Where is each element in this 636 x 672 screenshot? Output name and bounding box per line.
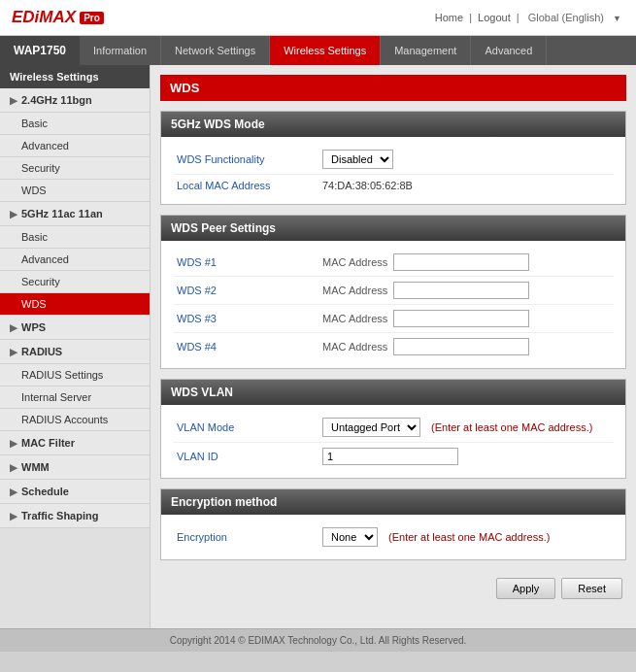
encryption-note: (Enter at least one MAC address.): [388, 531, 550, 543]
vlan-mode-row: VLAN Mode Untagged Port Tagged Port (Ent…: [173, 413, 614, 443]
local-mac-value: 74:DA:38:05:62:8B: [322, 180, 610, 191]
sidebar-radius-settings[interactable]: RADIUS Settings: [0, 364, 150, 386]
wps-arrow-icon: ▶: [10, 322, 17, 333]
wds4-mac-addr-label: MAC Address: [322, 341, 387, 353]
sidebar-mac-filter-toggle[interactable]: ▶ MAC Filter: [0, 431, 150, 455]
main-layout: Wireless Settings ▶ 2.4GHz 11bgn Basic A…: [0, 65, 636, 628]
sidebar-radius-accounts[interactable]: RADIUS Accounts: [0, 409, 150, 431]
5g-arrow-icon: ▶: [10, 209, 17, 219]
wds-vlan-content: VLAN Mode Untagged Port Tagged Port (Ent…: [161, 405, 625, 478]
sidebar-internal-server[interactable]: Internal Server: [0, 386, 150, 409]
sidebar-wmm-toggle[interactable]: ▶ WMM: [0, 455, 150, 480]
vlan-id-label[interactable]: VLAN ID: [177, 451, 322, 462]
wds-peer-section: WDS Peer Settings WDS #1 MAC Address WDS…: [160, 215, 626, 369]
24g-arrow-icon: ▶: [10, 95, 17, 106]
logo-pro-badge: Pro: [80, 12, 104, 24]
sidebar-24g-wds[interactable]: WDS: [0, 180, 150, 202]
radius-label: RADIUS: [21, 346, 62, 357]
sidebar-radius-toggle[interactable]: ▶ RADIUS: [0, 340, 150, 364]
local-mac-label[interactable]: Local MAC Address: [177, 180, 322, 191]
wps-label: WPS: [21, 321, 46, 333]
wds-mode-content: WDS Functionality Disabled Enabled Local…: [161, 137, 625, 204]
vlan-mode-note: (Enter at least one MAC address.): [431, 421, 592, 433]
sidebar: Wireless Settings ▶ 2.4GHz 11bgn Basic A…: [0, 65, 151, 628]
logout-link[interactable]: Logout: [478, 12, 511, 23]
page-title: WDS: [160, 75, 626, 101]
logo: EDiMAX Pro: [12, 8, 104, 27]
logo-edimax-text: EDiMAX: [12, 8, 76, 27]
wds-functionality-value: Disabled Enabled: [322, 150, 610, 169]
wds-vlan-header: WDS VLAN: [161, 380, 625, 405]
wds1-mac-input[interactable]: [393, 253, 529, 271]
wireless-settings-label: Wireless Settings: [10, 71, 99, 83]
wmm-label: WMM: [21, 461, 50, 473]
traffic-shaping-arrow-icon: ▶: [10, 511, 17, 521]
home-link[interactable]: Home: [435, 12, 463, 23]
sidebar-24g-basic[interactable]: Basic: [0, 113, 150, 135]
sidebar-24g-toggle[interactable]: ▶ 2.4GHz 11bgn: [0, 88, 150, 113]
encryption-section: Encryption method Encryption None WEP WP…: [160, 488, 626, 560]
wds4-label[interactable]: WDS #4: [177, 341, 322, 353]
wds3-mac-input[interactable]: [393, 310, 529, 327]
wds-peer-content: WDS #1 MAC Address WDS #2 MAC Address WD…: [161, 241, 625, 368]
sidebar-wps-toggle[interactable]: ▶ WPS: [0, 316, 150, 340]
action-buttons: Apply Reset: [160, 570, 626, 607]
header-links: Home | Logout | Global (English) ▼: [435, 12, 624, 23]
wds3-mac-addr-label: MAC Address: [322, 313, 387, 324]
sidebar-5g-basic[interactable]: Basic: [0, 226, 150, 249]
vlan-mode-select[interactable]: Untagged Port Tagged Port: [322, 418, 420, 437]
wds2-label[interactable]: WDS #2: [177, 285, 322, 296]
nav-network-settings[interactable]: Network Settings: [161, 36, 270, 65]
wds-vlan-section: WDS VLAN VLAN Mode Untagged Port Tagged …: [160, 379, 626, 479]
wds-mode-section: 5GHz WDS Mode WDS Functionality Disabled…: [160, 111, 626, 205]
nav-information[interactable]: Information: [80, 36, 161, 65]
language-arrow-icon: ▼: [613, 14, 621, 23]
traffic-shaping-label: Traffic Shaping: [21, 510, 98, 521]
schedule-arrow-icon: ▶: [10, 487, 17, 497]
wds2-mac-addr-label: MAC Address: [322, 285, 387, 296]
mac-filter-arrow-icon: ▶: [10, 438, 17, 449]
5g-label: 5GHz 11ac 11an: [21, 208, 103, 219]
footer: Copyright 2014 © EDIMAX Technology Co., …: [0, 628, 636, 652]
wmm-arrow-icon: ▶: [10, 462, 17, 473]
wds2-mac-input[interactable]: [393, 282, 529, 299]
schedule-label: Schedule: [21, 486, 69, 497]
wds3-label[interactable]: WDS #3: [177, 313, 322, 324]
wds-functionality-row: WDS Functionality Disabled Enabled: [173, 145, 614, 175]
apply-button[interactable]: Apply: [496, 578, 556, 599]
sidebar-schedule-toggle[interactable]: ▶ Schedule: [0, 480, 150, 504]
wds1-label[interactable]: WDS #1: [177, 256, 322, 268]
wds-functionality-select[interactable]: Disabled Enabled: [322, 150, 393, 169]
reset-button[interactable]: Reset: [561, 578, 622, 599]
wds-peer-header: WDS Peer Settings: [161, 216, 625, 241]
nav-management[interactable]: Management: [381, 36, 471, 65]
wds1-mac-addr-label: MAC Address: [322, 256, 387, 268]
footer-text: Copyright 2014 © EDIMAX Technology Co., …: [170, 635, 467, 646]
wds-peer-row-1: WDS #1 MAC Address: [173, 249, 614, 277]
sidebar-24g-security[interactable]: Security: [0, 157, 150, 180]
encryption-header: Encryption method: [161, 489, 625, 515]
encryption-select[interactable]: None WEP WPA: [322, 527, 378, 547]
vlan-mode-label[interactable]: VLAN Mode: [177, 421, 322, 433]
content-area: WDS 5GHz WDS Mode WDS Functionality Disa…: [151, 65, 636, 628]
sidebar-traffic-shaping-toggle[interactable]: ▶ Traffic Shaping: [0, 504, 150, 528]
wds4-mac-input[interactable]: [393, 338, 529, 355]
encryption-content: Encryption None WEP WPA (Enter at least …: [161, 515, 625, 559]
sidebar-5g-security[interactable]: Security: [0, 271, 150, 293]
wds-functionality-label[interactable]: WDS Functionality: [177, 153, 322, 165]
wds-peer-row-4: WDS #4 MAC Address: [173, 333, 614, 360]
sidebar-wireless-settings-header[interactable]: Wireless Settings: [0, 65, 150, 88]
encryption-label[interactable]: Encryption: [177, 531, 322, 543]
navbar: WAP1750 Information Network Settings Wir…: [0, 36, 636, 65]
vlan-mode-value: Untagged Port Tagged Port (Enter at leas…: [322, 418, 610, 437]
sidebar-5g-wds[interactable]: WDS: [0, 293, 150, 316]
vlan-id-input[interactable]: 1: [322, 448, 458, 465]
nav-advanced[interactable]: Advanced: [471, 36, 547, 65]
sidebar-5g-advanced[interactable]: Advanced: [0, 249, 150, 271]
wds-peer-row-3: WDS #3 MAC Address: [173, 305, 614, 333]
language-selector[interactable]: Global (English): [528, 12, 604, 23]
nav-wireless-settings[interactable]: Wireless Settings: [270, 36, 381, 65]
radius-arrow-icon: ▶: [10, 347, 17, 357]
sidebar-24g-advanced[interactable]: Advanced: [0, 135, 150, 157]
sidebar-5g-toggle[interactable]: ▶ 5GHz 11ac 11an: [0, 202, 150, 226]
